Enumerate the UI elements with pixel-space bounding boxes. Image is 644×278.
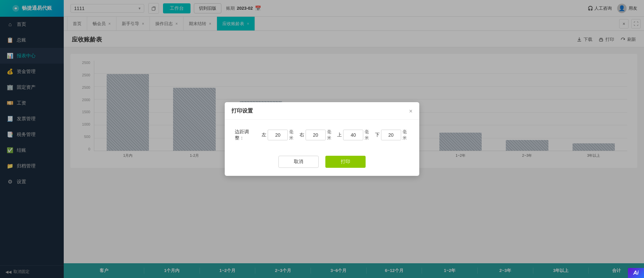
left-unit: 毫米 — [289, 129, 296, 141]
modal-close-button[interactable]: × — [409, 108, 413, 114]
margin-left-group: 左 毫米 — [262, 129, 296, 141]
top-unit: 毫米 — [365, 129, 371, 141]
print-confirm-button[interactable]: 打印 — [325, 156, 366, 168]
ai-badge: Ai — [628, 268, 644, 278]
modal-footer: 取消 打印 — [225, 150, 419, 176]
right-margin-input[interactable] — [306, 130, 326, 140]
bottom-margin-input[interactable] — [381, 130, 401, 140]
bottom-unit: 毫米 — [402, 129, 409, 141]
top-margin-input[interactable] — [343, 130, 363, 140]
right-label: 右 — [300, 132, 304, 138]
modal-title: 打印设置 — [231, 108, 253, 115]
top-label: 上 — [337, 132, 342, 138]
modal-body: 边距调整： 左 毫米 右 毫米 上 毫米 下 — [225, 120, 419, 150]
modal-overlay: 打印设置 × 边距调整： 左 毫米 右 毫米 上 — [0, 0, 644, 278]
right-unit: 毫米 — [327, 129, 334, 141]
margin-bottom-group: 下 毫米 — [375, 129, 409, 141]
margin-row: 边距调整： 左 毫米 右 毫米 上 毫米 下 — [235, 129, 409, 141]
print-settings-modal: 打印设置 × 边距调整： 左 毫米 右 毫米 上 — [225, 102, 419, 176]
ai-badge-label: Ai — [633, 270, 639, 276]
modal-header: 打印设置 × — [225, 102, 419, 120]
bottom-label: 下 — [375, 132, 380, 138]
margin-right-group: 右 毫米 — [300, 129, 334, 141]
cancel-button[interactable]: 取消 — [278, 156, 319, 168]
left-margin-input[interactable] — [268, 130, 288, 140]
left-label: 左 — [262, 132, 266, 138]
margin-adjust-label: 边距调整： — [235, 129, 257, 141]
margin-top-group: 上 毫米 — [337, 129, 371, 141]
